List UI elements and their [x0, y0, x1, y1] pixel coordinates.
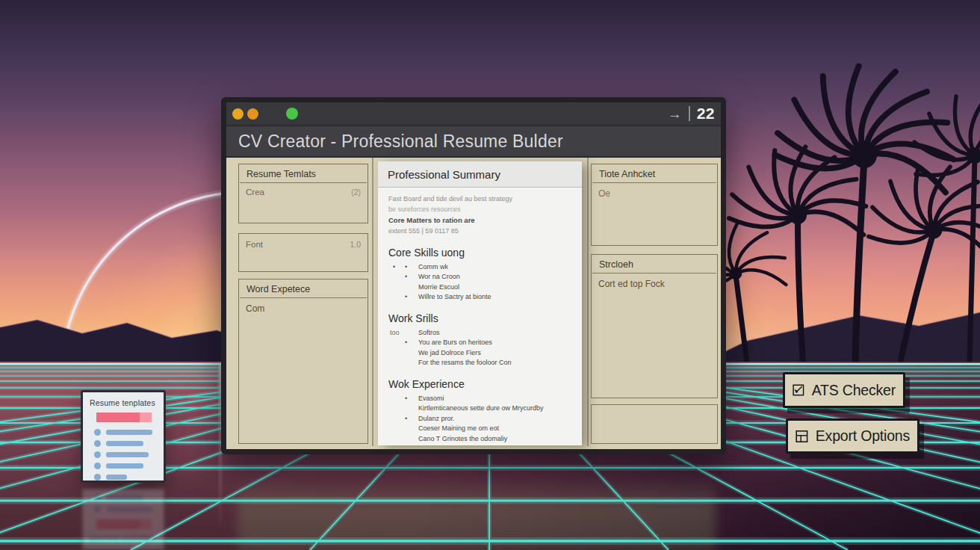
list-item: • You are Burs on heritoes	[388, 338, 571, 348]
bullet-icon: •	[405, 292, 407, 303]
card-list-row	[94, 463, 164, 469]
work-experience-heading: Wok Experience	[388, 378, 571, 390]
list-item: • Evasomi	[388, 394, 571, 404]
card-accent-bar	[96, 412, 152, 422]
traffic-light-close[interactable]	[232, 108, 244, 120]
list-dot-icon	[94, 474, 101, 481]
window-content: Resume Temlats Crea (2) Font 1.0 Word Ex…	[226, 158, 721, 446]
card-title: Resume tenplates	[83, 392, 164, 407]
list-item: • Wor na Croon	[388, 272, 571, 282]
list-dot-icon	[94, 429, 101, 436]
ats-check-icon	[793, 380, 804, 401]
summary-line: Core Matters to ration are	[388, 215, 571, 226]
export-panes-icon	[796, 426, 808, 447]
list-item: Cano T Grinotes the odomaliy	[388, 434, 571, 445]
bullet-icon: •	[405, 394, 407, 404]
resume-template-card[interactable]: Resume tenplates	[81, 390, 166, 483]
list-item: For the resams the fooloor Con	[388, 358, 571, 368]
vaporwave-desktop: → 22 CV Creator - Professional Resume Bu…	[0, 0, 980, 550]
traffic-light-zoom[interactable]	[286, 108, 298, 120]
card-list-row	[94, 429, 164, 436]
font-panel[interactable]: Font 1.0	[238, 233, 368, 272]
titlebar-divider	[689, 106, 690, 121]
summary-line: Fast Board and tide devil au best strate…	[388, 194, 571, 205]
core-skills-heading: Core Skills uong	[388, 247, 571, 259]
list-item: Flersa R.	[388, 444, 571, 445]
list-dot-icon	[94, 440, 101, 447]
bullet-icon: •	[405, 272, 407, 282]
list-item: • Willre to Sactry at bionte	[388, 292, 571, 303]
summary-line: be sureforces resources	[388, 205, 571, 215]
work-experience-panel[interactable]: Word Expetece Com	[238, 279, 368, 444]
font-label: Font	[246, 240, 263, 249]
work-experience-header: Word Expetece	[240, 279, 367, 298]
export-options-button[interactable]: Export Options	[786, 418, 919, 454]
resume-templates-panel[interactable]: Resume Temlats Crea (2)	[238, 164, 368, 223]
status-panel[interactable]: Strcloeh Cort ed top Fock	[591, 254, 718, 398]
bullet-icon: •	[405, 262, 407, 273]
list-dot-icon	[94, 451, 101, 458]
panel-divider-right	[587, 158, 589, 446]
bullet-icon: •	[393, 262, 395, 273]
templates-item-count: (2)	[351, 188, 361, 197]
counter-badge: 22	[697, 105, 715, 123]
panel-divider-left	[372, 158, 373, 446]
app-window: → 22 CV Creator - Professional Resume Bu…	[221, 97, 726, 454]
card-list-row	[94, 440, 164, 447]
templates-item-label: Crea	[246, 188, 264, 197]
summary-line: extent 555 | 59 0117 85	[388, 226, 571, 237]
list-item: Morrie Escuol	[388, 282, 571, 293]
notes-panel-header: Tiote Anhcket	[592, 164, 716, 183]
status-panel-body: Cort ed top Fock	[592, 274, 717, 289]
traffic-light-minimize[interactable]	[247, 108, 258, 120]
paper-body: Fast Board and tide devil au best strate…	[378, 188, 582, 445]
list-prefix: too	[390, 328, 400, 339]
card-list-row	[94, 451, 164, 458]
resume-templates-header: Resume Temlats	[240, 164, 367, 183]
bullet-icon: •	[405, 338, 407, 348]
resume-preview-paper: Professional Summary Fast Board and tide…	[378, 161, 582, 445]
status-panel-header: Strcloeh	[592, 255, 716, 274]
list-dot-icon	[94, 463, 101, 469]
work-skills-heading: Work Srills	[388, 312, 571, 324]
empty-panel	[591, 404, 718, 444]
list-item: • • Comm wk	[388, 262, 571, 273]
list-item: We jad Dolroce Fiers	[388, 348, 571, 359]
list-item: too Softros	[388, 328, 571, 339]
window-title-bar: CV Creator - Professional Resume Bulder	[226, 125, 721, 158]
card-list-row	[94, 474, 164, 481]
window-top-strip: → 22	[226, 102, 721, 125]
paper-section-header: Professional Summary	[378, 161, 582, 188]
work-experience-item: Com	[239, 298, 368, 314]
ats-checker-label: ATS Checker	[812, 382, 896, 399]
paper-title: Professional Summary	[388, 168, 500, 181]
window-title: CV Creator - Professional Resume Bulder	[238, 132, 563, 152]
notes-panel[interactable]: Tiote Anhcket Oe	[591, 164, 718, 246]
list-item: • Dulanz pror.	[388, 414, 571, 424]
notes-panel-body: Oe	[592, 183, 717, 199]
font-value: 1.0	[350, 240, 361, 249]
list-item: Coeser Maining me om eot	[388, 424, 571, 434]
card-reflection: Resume tenplates	[81, 487, 166, 550]
forward-arrow-icon[interactable]: →	[668, 107, 682, 121]
ats-checker-button[interactable]: ATS Checker	[783, 372, 905, 408]
list-item: Kirtlemticaneous sette dure ow Mrycurdby	[388, 404, 571, 414]
bullet-icon: •	[405, 414, 407, 424]
export-options-label: Export Options	[816, 427, 910, 445]
